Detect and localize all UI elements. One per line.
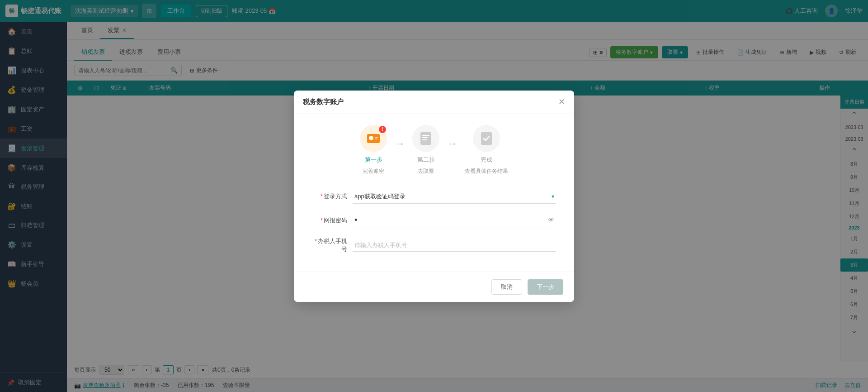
svg-rect-4: [420, 132, 431, 145]
step-2-label: 第二步: [417, 156, 435, 164]
tax-account-dialog: 税务数字账户 ✕ !: [294, 91, 574, 302]
modal-overlay: 税务数字账户 ✕ !: [0, 0, 868, 392]
password-input[interactable]: [353, 213, 546, 228]
svg-point-1: [369, 136, 373, 140]
step-3-icon-wrap: [473, 125, 500, 152]
password-label: 网报密码: [312, 216, 353, 225]
step-3-sublabel: 查看具体任务结果: [465, 167, 508, 175]
svg-rect-8: [481, 132, 492, 145]
step-1-sublabel: 完善账密: [363, 167, 384, 175]
next-button[interactable]: 下一步: [528, 279, 563, 295]
step-1-icon-wrap: !: [360, 125, 387, 152]
step-3: 完成 查看具体任务结果: [465, 125, 508, 175]
step-2: 第二步 去取票: [412, 125, 439, 175]
login-method-label: 登录方式: [312, 192, 353, 201]
step-2-icon-wrap: [412, 125, 439, 152]
svg-rect-2: [375, 137, 378, 138]
phone-label: 办税人手机号: [312, 237, 353, 253]
step-arrow-2: →: [447, 137, 458, 150]
form-password: 网报密码 👁: [312, 213, 556, 228]
login-method-value: app获取验证码登录: [354, 192, 406, 201]
step-2-sublabel: 去取票: [418, 167, 434, 175]
dialog-body: ! 第一步 完善账密 → 第: [294, 114, 574, 272]
dialog-close-button[interactable]: ✕: [558, 98, 565, 106]
step-3-label: 完成: [481, 156, 492, 164]
step-arrow-1: →: [394, 137, 405, 150]
step-1-badge: !: [379, 126, 386, 133]
step-3-icon: [478, 130, 495, 147]
svg-rect-3: [375, 139, 377, 139]
login-method-select[interactable]: app获取验证码登录 ▾: [353, 190, 556, 204]
password-toggle-icon[interactable]: 👁: [546, 216, 556, 224]
select-arrow-icon: ▾: [552, 193, 554, 200]
svg-rect-7: [422, 139, 427, 140]
step-2-icon: [418, 130, 434, 147]
step-1-label: 第一步: [365, 156, 382, 164]
dialog-footer: 取消 下一步: [294, 272, 574, 302]
form-phone: 办税人手机号: [312, 237, 556, 253]
form-login-method: 登录方式 app获取验证码登录 ▾: [312, 190, 556, 204]
cancel-button[interactable]: 取消: [491, 279, 522, 295]
password-input-wrap: 👁: [353, 213, 556, 228]
step-1: ! 第一步 完善账密: [360, 125, 387, 175]
svg-rect-6: [422, 137, 428, 138]
dialog-title: 税务数字账户: [303, 98, 344, 106]
step-1-icon: [365, 130, 382, 147]
phone-input[interactable]: [353, 239, 556, 252]
svg-rect-5: [422, 135, 429, 136]
steps: ! 第一步 完善账密 → 第: [312, 125, 556, 175]
dialog-header: 税务数字账户 ✕: [294, 91, 574, 114]
